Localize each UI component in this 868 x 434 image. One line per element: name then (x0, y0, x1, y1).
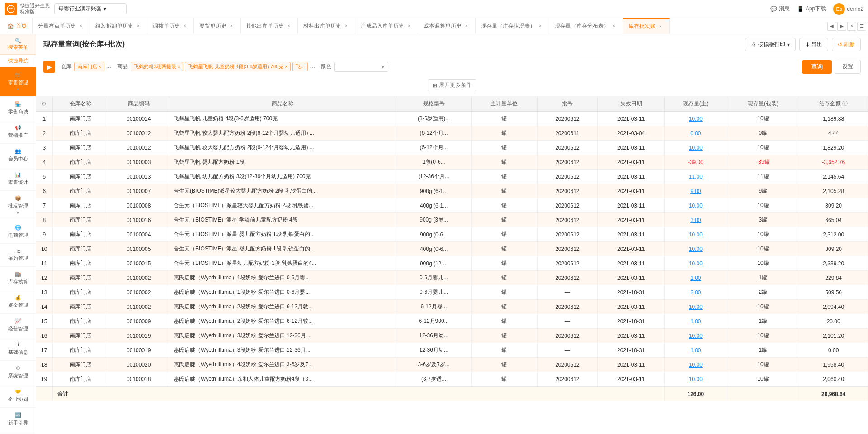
sidebar-item-new-guide[interactable]: 🆕 新手引导 (0, 408, 36, 431)
row-qty-main[interactable]: 1.00 (665, 314, 727, 329)
tab-stock-status[interactable]: 现存量（库存状况表） × (476, 18, 549, 34)
tab-home[interactable]: 🏠 首页 (2, 18, 33, 34)
sidebar-item-retail-mall[interactable]: 🏪 零售商城 (0, 97, 36, 120)
warehouse-tag-nanku[interactable]: 南库门店 × (74, 62, 104, 71)
table-row: 19 南库门店 00100018 惠氏启腱（Wyeth illuma）亲和人体儿… (36, 372, 868, 387)
row-qty-main[interactable]: 10.00 (665, 141, 727, 155)
total-amount: 26,968.64 (799, 387, 868, 401)
sidebar-item-system[interactable]: ⚙ 系统管理 (0, 361, 36, 384)
product-more-icon[interactable]: ··· (310, 63, 315, 71)
sidebar-quick-nav[interactable]: 快捷导航 (0, 55, 36, 67)
tab-cost-adjust[interactable]: 成本调整单历史 × (418, 18, 476, 34)
expand-icon: ⊞ (433, 82, 437, 89)
row-warehouse: 南库门店 (52, 285, 108, 300)
row-qty-main[interactable]: 1.00 (665, 343, 727, 358)
tab-product-in[interactable]: 产成品入库单历史 × (355, 18, 418, 34)
sidebar-item-retail[interactable]: 🛒 零售管理 ▼ (0, 67, 36, 97)
filter-expand-btn[interactable]: ▶ (43, 61, 55, 73)
sidebar-item-purchase[interactable]: 🛍 采购管理 (0, 244, 36, 267)
row-qty-main[interactable]: 10.00 (665, 329, 727, 343)
product-tag-1[interactable]: 飞鹤奶粉3段两提装 × (131, 62, 184, 71)
row-qty-main[interactable]: 0.00 (665, 126, 727, 141)
tab-next-btn[interactable]: ▶ (837, 22, 846, 31)
row-qty-main[interactable]: 10.00 (665, 112, 727, 126)
tab-close-icon[interactable]: × (182, 23, 188, 29)
tab-close-icon[interactable]: × (657, 24, 664, 30)
row-spec: 0-6月婴儿... (396, 285, 472, 300)
sidebar-item-operations[interactable]: 📈 经营管理 (0, 314, 36, 337)
row-batch: — (537, 285, 598, 300)
row-qty-main[interactable]: 10.00 (665, 198, 727, 213)
tab-close-icon[interactable]: × (78, 23, 84, 29)
sidebar-item-members[interactable]: 👥 会员中心 (0, 144, 36, 167)
template-print-btn[interactable]: 🖨 按模板打印 ▾ (745, 38, 796, 51)
tab-mix-history[interactable]: 调拨单历史 × (147, 18, 194, 34)
row-qty-main[interactable]: 10.00 (665, 227, 727, 242)
tab-menu-btn[interactable]: ☰ (857, 22, 866, 31)
row-qty-main[interactable]: 3.00 (665, 213, 727, 227)
row-qty-main[interactable]: 10.00 (665, 256, 727, 271)
app-download-btn[interactable]: 📱 App下载 (797, 5, 826, 13)
warehouse-tag-close-icon[interactable]: × (99, 64, 101, 69)
tab-close-all-btn[interactable]: × (847, 22, 856, 31)
export-btn[interactable]: ⬇ 导出 (799, 38, 828, 51)
tab-close-icon[interactable]: × (406, 23, 412, 29)
warehouse-more-icon[interactable]: ··· (106, 63, 112, 71)
messages-btn[interactable]: 💬 消息 (770, 5, 790, 13)
sidebar-item-enterprise-collab[interactable]: 🤝 企业协同 (0, 384, 36, 408)
row-qty-main[interactable]: 10.00 (665, 358, 727, 372)
tab-close-icon[interactable]: × (463, 23, 470, 29)
row-product-name: 飞鹤星飞帆 婴儿配方奶粉 1段 (169, 155, 396, 170)
tab-close-icon[interactable]: × (228, 23, 235, 29)
expand-conditions-btn[interactable]: ⊞ 展开更多条件 (428, 79, 476, 91)
tab-close-icon[interactable]: × (537, 23, 543, 29)
refresh-btn[interactable]: ↺ 刷新 (832, 38, 861, 51)
tab-close-icon[interactable]: × (135, 23, 142, 29)
sidebar-item-finance[interactable]: 💰 资金管理 (0, 290, 36, 314)
amount-info-icon[interactable]: ⓘ (842, 100, 848, 107)
sidebar-item-app-center[interactable]: 📲 应用中心 (0, 431, 36, 434)
sidebar-item-ecommerce[interactable]: 🌐 电商管理 (0, 220, 36, 244)
tab-prev-btn[interactable]: ◀ (827, 22, 836, 31)
tab-material-out[interactable]: 材料出库单历史 × (298, 18, 355, 34)
row-qty-main[interactable]: 10.00 (665, 300, 727, 314)
sidebar-search[interactable]: 🔍 搜索英单 (0, 34, 36, 55)
company-selector[interactable]: 母婴行业演示账套 ▾ (54, 3, 127, 14)
tab-disassemble-history[interactable]: 组装拆卸单历史 × (90, 18, 147, 34)
row-spec: 6-12月婴... (396, 300, 472, 314)
row-code: 00100002 (108, 271, 169, 285)
row-qty-main[interactable]: 10.00 (665, 242, 727, 256)
tab-stock-distribution[interactable]: 现存量（库存分布表） × (549, 18, 623, 34)
user-avatar-btn[interactable]: Ea demo2 (833, 3, 863, 15)
tab-close-icon[interactable]: × (286, 23, 292, 29)
sidebar-item-inventory[interactable]: 🏬 库存核算 (0, 267, 36, 290)
product-tag-2[interactable]: 飞鹤星飞帆 儿童奶粉 4段(3-6岁适用) 700克 × (185, 62, 291, 71)
sidebar-item-basic-info[interactable]: ℹ 基础信息 (0, 337, 36, 361)
sidebar-item-marketing[interactable]: 📢 营销推广 (0, 120, 36, 144)
tab-close-icon[interactable]: × (611, 23, 617, 29)
tab-warehouse-batch[interactable]: 库存批次账 × (623, 18, 670, 34)
sidebar-item-wholesale[interactable]: 📦 批发管理 ▼ (0, 191, 36, 220)
row-qty-main[interactable]: 10.00 (665, 372, 727, 387)
row-qty-main[interactable]: 9.00 (665, 184, 727, 198)
product-tag-close-icon[interactable]: × (285, 64, 288, 69)
sidebar-item-retail-stats[interactable]: 📊 零售统计 (0, 167, 36, 191)
row-qty-main[interactable]: 1.00 (665, 271, 727, 285)
settings-btn[interactable]: 设置 (835, 60, 861, 74)
color-dropdown[interactable]: ▾ (334, 62, 388, 72)
table-row: 7 南库门店 00100008 合生元（BIOSTIME）派星较大婴儿配方奶粉 … (36, 198, 868, 213)
gear-icon[interactable]: ⚙ (42, 101, 47, 107)
tab-require-history[interactable]: 要货单历史 × (194, 18, 241, 34)
row-qty-main[interactable]: 2.00 (665, 285, 727, 300)
row-product-name: 飞鹤星飞帆 儿童奶粉 4段(3-6岁适用) 700克 (169, 112, 396, 126)
tab-close-icon[interactable]: × (343, 23, 349, 29)
product-tag-close-icon[interactable]: × (178, 64, 180, 69)
tab-other-out[interactable]: 其他出库单历史 × (241, 18, 298, 34)
row-qty-main[interactable]: -39.00 (665, 155, 727, 170)
tab-split-count-history[interactable]: 分量盘点单历史 × (33, 18, 90, 34)
query-btn[interactable]: 查询 (802, 60, 832, 74)
product-tag-more[interactable]: 飞... (292, 62, 308, 71)
row-qty-main[interactable]: 11.00 (665, 170, 727, 184)
col-settings[interactable]: ⚙ (36, 96, 52, 112)
row-unit: 罐 (472, 227, 538, 242)
